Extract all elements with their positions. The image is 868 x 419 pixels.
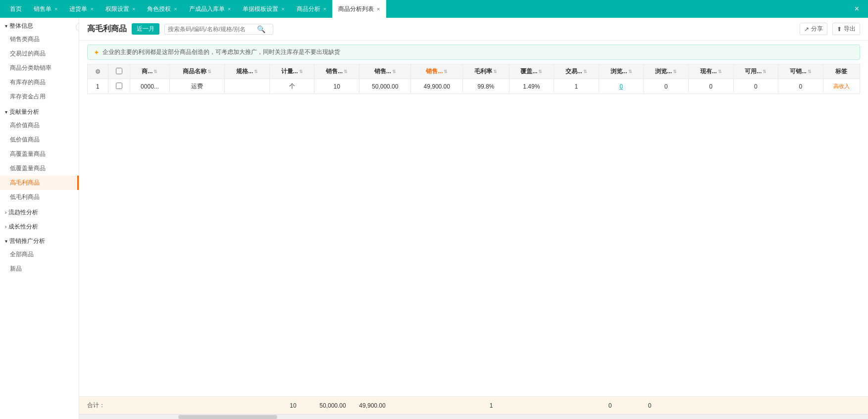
table-row: 1 0000... 运费 个 10 50,000.00 49,900.00 99… [88, 79, 860, 94]
cell-sale-qty: 10 [314, 79, 359, 94]
cell-stock3: 0 [778, 79, 823, 94]
sidebar-section-growth[interactable]: › 成长性分析 [0, 219, 79, 233]
close-roles-tab[interactable]: × [174, 6, 177, 12]
col-gross-rate[interactable]: 毛利率⇅ [463, 64, 510, 79]
col-sale-amt[interactable]: 销售...⇅ [359, 64, 411, 79]
sidebar-section-trend[interactable]: › 流趋性分析 [0, 204, 79, 219]
select-all-checkbox[interactable] [116, 68, 122, 74]
main-layout: « ▾ 整体信息 销售类商品 交易过的商品 商品分类助销率 有库存的商品 库存资… [0, 18, 868, 419]
sidebar-item-category-rate[interactable]: 商品分类助销率 [0, 61, 79, 75]
footer-values: 10 50,000.00 49,900.00 1 0 0 [115, 402, 860, 409]
col-stock1[interactable]: 现有...⇅ [688, 64, 733, 79]
info-icon: ✦ [94, 48, 100, 56]
cell-checkbox[interactable] [108, 79, 130, 94]
share-button[interactable]: ↗ 分享 [800, 23, 827, 35]
col-spec[interactable]: 规格...⇅ [225, 64, 270, 79]
scrollbar-thumb[interactable] [178, 415, 277, 419]
close-analysis-list-tab[interactable]: × [377, 6, 380, 12]
sidebar-item-high-coverage[interactable]: 高覆盖量商品 [0, 147, 79, 161]
cell-tag: 高收入 [823, 79, 860, 94]
arrow-icon-2: ▾ [5, 109, 7, 115]
footer-stock1: 0 [590, 402, 630, 409]
search-icon[interactable]: 🔍 [257, 25, 265, 33]
col-coverage[interactable]: 覆盖...⇅ [509, 64, 554, 79]
export-icon: ⬆ [837, 26, 842, 33]
page-title: 高毛利商品 [87, 24, 127, 34]
sidebar-item-new-goods[interactable]: 新品 [0, 262, 79, 276]
col-stock3[interactable]: 可销...⇅ [778, 64, 823, 79]
col-code[interactable]: 商...⇅ [130, 64, 170, 79]
nav-home[interactable]: 首页 [4, 0, 28, 18]
nav-roles[interactable]: 角色授权 × [141, 0, 183, 18]
footer-stock2: 0 [630, 402, 669, 409]
col-settings[interactable]: ⚙ [88, 64, 108, 79]
arrow-icon-3: › [5, 210, 6, 215]
arrow-icon-4: › [5, 224, 6, 230]
data-table: ⚙ 商...⇅ 商品名称⇅ 规格...⇅ 计量...⇅ 销售...⇅ 销售...… [87, 64, 860, 94]
sidebar-item-in-stock[interactable]: 有库存的商品 [0, 75, 79, 90]
export-button[interactable]: ⬆ 导出 [832, 23, 860, 35]
sidebar-item-low-coverage[interactable]: 低覆盖量商品 [0, 161, 79, 176]
cell-unit: 个 [269, 79, 314, 94]
row-checkbox[interactable] [116, 83, 122, 89]
close-sales-tab[interactable]: × [54, 6, 57, 12]
share-icon: ↗ [804, 26, 809, 33]
nav-product-entry[interactable]: 产成品入库单 × [183, 0, 237, 18]
sidebar-section-marketing[interactable]: ▾ 营销推广分析 [0, 233, 79, 247]
table-container: ⚙ 商...⇅ 商品名称⇅ 规格...⇅ 计量...⇅ 销售...⇅ 销售...… [79, 64, 868, 396]
search-box: 🔍 [164, 24, 273, 35]
col-name[interactable]: 商品名称⇅ [169, 64, 224, 79]
col-checkbox[interactable] [108, 64, 130, 79]
cell-stock2: 0 [733, 79, 778, 94]
sidebar-item-high-value[interactable]: 高价值商品 [0, 118, 79, 133]
top-navigation: 首页 销售单 × 进货单 × 权限设置 × 角色授权 × 产成品入库单 × 单据… [0, 0, 868, 18]
cell-sale-amt: 50,000.00 [359, 79, 411, 94]
close-analysis-tab[interactable]: × [323, 6, 326, 12]
nav-sales[interactable]: 销售单 × [28, 0, 63, 18]
close-purchase-tab[interactable]: × [90, 6, 93, 12]
nav-template-settings[interactable]: 单据模板设置 × [237, 0, 290, 18]
cell-gross-rate: 99.8% [463, 79, 510, 94]
cell-spec [225, 79, 270, 94]
nav-product-analysis[interactable]: 商品分析 × [291, 0, 332, 18]
close-template-tab[interactable]: × [281, 6, 284, 12]
cell-sale-profit: 49,900.00 [411, 79, 463, 94]
sidebar-item-low-value[interactable]: 低价值商品 [0, 133, 79, 147]
col-sale-profit[interactable]: 销售...⇅ [411, 64, 463, 79]
col-stock2[interactable]: 可用...⇅ [733, 64, 778, 79]
sidebar-item-low-margin[interactable]: 低毛利商品 [0, 190, 79, 204]
search-input[interactable] [168, 26, 257, 33]
sidebar-item-traded-goods[interactable]: 交易过的商品 [0, 47, 79, 61]
footer-sale-profit: 49,900.00 [353, 402, 392, 409]
sidebar-section-contribution[interactable]: ▾ 贡献量分析 [0, 104, 79, 118]
sidebar-item-stock-capital[interactable]: 库存资金占用 [0, 90, 79, 104]
arrow-icon: ▾ [5, 23, 7, 29]
col-browse2[interactable]: 浏览...⇅ [644, 64, 689, 79]
sidebar-item-sales-goods[interactable]: 销售类商品 [0, 32, 79, 47]
cell-code: 0000... [130, 79, 170, 94]
col-trade-times[interactable]: 交易...⇅ [554, 64, 599, 79]
horizontal-scrollbar[interactable] [79, 414, 868, 419]
nav-permissions[interactable]: 权限设置 × [100, 0, 141, 18]
window-close-button[interactable]: × [850, 4, 864, 13]
footer-label: 合计： [87, 401, 105, 410]
nav-product-analysis-list[interactable]: 商品分析列表 × [332, 0, 386, 18]
cell-browse2: 0 [644, 79, 689, 94]
sidebar-item-high-margin[interactable]: 高毛利商品 [0, 176, 79, 190]
nav-purchase[interactable]: 进货单 × [63, 0, 99, 18]
cell-trade-times: 1 [554, 79, 599, 94]
filter-button[interactable]: 近一月 [132, 23, 159, 35]
cell-coverage: 1.49% [509, 79, 554, 94]
arrow-icon-5: ▾ [5, 238, 7, 244]
col-unit[interactable]: 计量...⇅ [269, 64, 314, 79]
close-product-tab[interactable]: × [228, 6, 231, 12]
header-actions: ↗ 分享 ⬆ 导出 [800, 23, 860, 35]
sidebar-section-overall[interactable]: ▾ 整体信息 [0, 18, 79, 32]
close-permissions-tab[interactable]: × [132, 6, 135, 12]
table-footer: 合计： 10 50,000.00 49,900.00 1 0 0 [79, 396, 868, 414]
sidebar-item-all-goods[interactable]: 全部商品 [0, 247, 79, 262]
col-tag[interactable]: 标签 [823, 64, 860, 79]
col-browse1[interactable]: 浏览...⇅ [599, 64, 644, 79]
col-sale-qty[interactable]: 销售...⇅ [314, 64, 359, 79]
cell-browse1[interactable]: 0 [599, 79, 644, 94]
